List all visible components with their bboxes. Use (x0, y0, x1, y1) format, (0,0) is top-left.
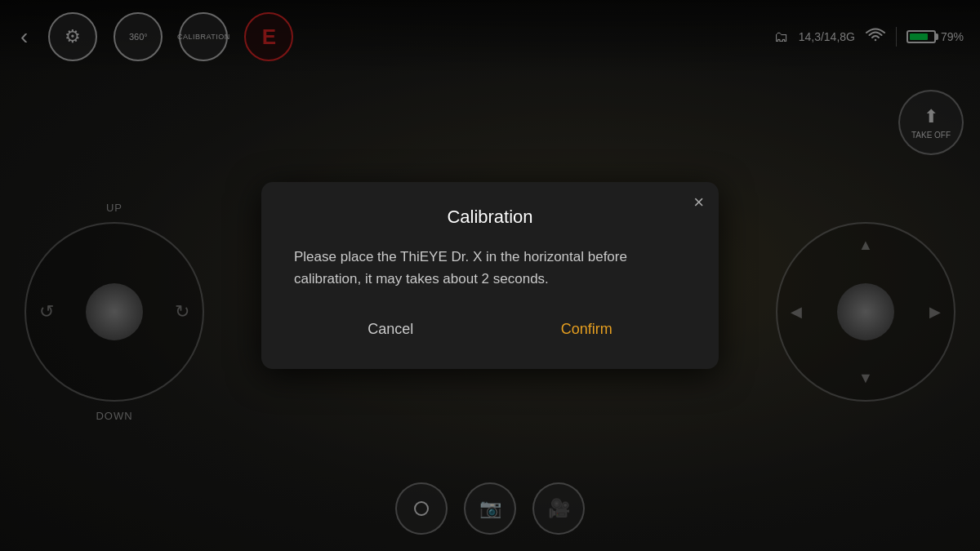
modal-actions: Cancel Confirm (294, 314, 686, 344)
modal-overlay: × Calibration Please place the ThiEYE Dr… (0, 0, 980, 551)
confirm-button[interactable]: Confirm (545, 314, 629, 344)
modal-title: Calibration (294, 207, 686, 228)
modal-close-button[interactable]: × (693, 193, 704, 211)
calibration-modal: × Calibration Please place the ThiEYE Dr… (261, 182, 719, 369)
cancel-button[interactable]: Cancel (351, 314, 430, 344)
modal-body: Please place the ThiEYE Dr. X in the hor… (294, 246, 686, 290)
